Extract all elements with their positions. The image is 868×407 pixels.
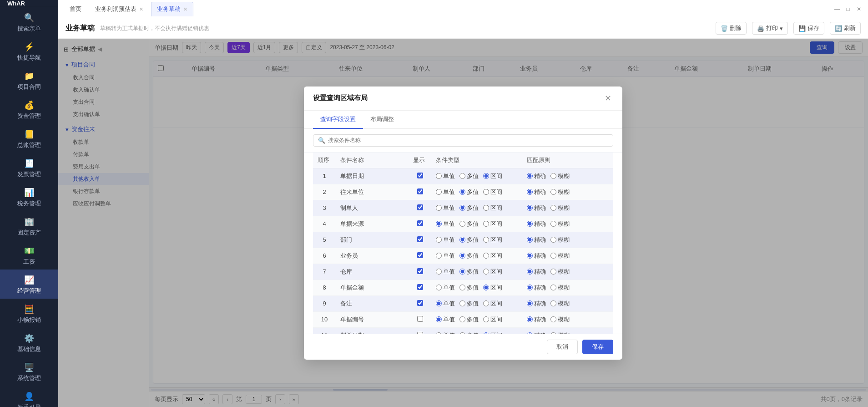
match-radio-模糊[interactable] <box>550 269 556 275</box>
type-radio-多值[interactable] <box>459 269 465 275</box>
cancel-button[interactable]: 取消 <box>547 340 578 354</box>
type-radio-单值[interactable] <box>436 205 442 211</box>
type-radio-多值[interactable] <box>459 221 465 227</box>
page-title: 业务草稿 <box>66 24 95 33</box>
show-checkbox[interactable] <box>417 204 423 210</box>
show-checkbox[interactable] <box>417 236 423 242</box>
match-radio-精确[interactable] <box>527 316 533 322</box>
type-radio-单值[interactable] <box>436 189 442 195</box>
type-radio-单值[interactable] <box>436 237 442 243</box>
minimize-button[interactable]: — <box>833 5 841 13</box>
refresh-button[interactable]: 🔄 刷新 <box>830 22 861 35</box>
modal-tab-query[interactable]: 查询字段设置 <box>313 111 363 129</box>
col-type: 条件类型 <box>431 153 522 168</box>
type-radio-区间[interactable] <box>483 189 489 195</box>
match-radio-模糊[interactable] <box>550 189 556 195</box>
tab-draft[interactable]: 业务草稿 ✕ <box>151 2 193 16</box>
sidebar-item-system[interactable]: 🖥️ 系统管理 <box>0 357 58 386</box>
modal-footer: 取消 保存 <box>304 334 622 360</box>
type-radio-区间[interactable] <box>483 205 489 211</box>
show-checkbox[interactable] <box>417 252 423 258</box>
type-radio-单值[interactable] <box>436 316 442 322</box>
search-box: 🔍 <box>313 134 613 147</box>
type-radio-多值[interactable] <box>459 253 465 259</box>
save-button[interactable]: 💾 保存 <box>793 22 824 35</box>
tab-close-draft[interactable]: ✕ <box>183 6 187 12</box>
type-radio-区间[interactable] <box>483 285 489 290</box>
type-radio-区间[interactable] <box>483 316 489 322</box>
sidebar-item-basic[interactable]: ⚙️ 基础信息 <box>0 328 58 357</box>
type-radio-多值[interactable] <box>459 173 465 179</box>
match-radio-模糊[interactable] <box>550 253 556 259</box>
match-radio-精确[interactable] <box>527 221 533 227</box>
sidebar-item-tax[interactable]: 📊 税务管理 <box>0 182 58 211</box>
sidebar-item-invoice[interactable]: 🧾 发票管理 <box>0 153 58 182</box>
sidebar-item-fixed[interactable]: 🏢 固定资产 <box>0 211 58 240</box>
match-radio-精确[interactable] <box>527 189 533 195</box>
sidebar-item-fund[interactable]: 💰 资金管理 <box>0 95 58 124</box>
type-radio-区间[interactable] <box>483 300 489 306</box>
type-radio-多值[interactable] <box>459 316 465 322</box>
match-radio-模糊[interactable] <box>550 316 556 322</box>
show-checkbox[interactable] <box>417 284 423 290</box>
sidebar-item-label: 系统管理 <box>17 374 41 382</box>
building-icon: 🏢 <box>24 217 34 227</box>
match-radio-精确[interactable] <box>527 253 533 259</box>
type-radio-区间[interactable] <box>483 237 489 243</box>
match-radio-模糊[interactable] <box>550 221 556 227</box>
sidebar-item-expense[interactable]: 🧮 小畅报销 <box>0 299 58 328</box>
match-radio-精确[interactable] <box>527 269 533 275</box>
search-input[interactable] <box>328 137 608 143</box>
modal-save-button[interactable]: 保存 <box>582 340 613 354</box>
type-radio-单值[interactable] <box>436 253 442 259</box>
close-window-button[interactable]: ✕ <box>855 5 863 13</box>
type-radio-多值[interactable] <box>459 285 465 290</box>
type-radio-区间[interactable] <box>483 253 489 259</box>
sidebar-item-new[interactable]: 👤 新手引导 <box>0 386 58 407</box>
match-radio-精确[interactable] <box>527 300 533 306</box>
show-checkbox[interactable] <box>417 220 423 226</box>
table-row: 5部门单值多值区间精确模糊 <box>313 232 613 248</box>
match-radio-精确[interactable] <box>527 173 533 179</box>
delete-button[interactable]: 🗑️ 删除 <box>716 22 747 35</box>
show-checkbox[interactable] <box>417 316 423 322</box>
match-radio-模糊[interactable] <box>550 205 556 211</box>
type-radio-单值[interactable] <box>436 269 442 275</box>
tab-close-profit[interactable]: ✕ <box>139 6 143 12</box>
match-radio-模糊[interactable] <box>550 173 556 179</box>
restore-button[interactable]: □ <box>844 5 852 13</box>
print-button[interactable]: 🖨️ 打印 ▾ <box>752 22 788 35</box>
sidebar-item-search[interactable]: 🔍 搜索亲单 <box>0 7 58 36</box>
type-radio-多值[interactable] <box>459 189 465 195</box>
type-radio-单值[interactable] <box>436 173 442 179</box>
modal-close-button[interactable]: ✕ <box>602 93 613 104</box>
tab-profit[interactable]: 业务利润预估表 ✕ <box>89 2 149 16</box>
type-radio-区间[interactable] <box>483 269 489 275</box>
sidebar-item-ledger[interactable]: 📒 总账管理 <box>0 124 58 153</box>
match-radio-精确[interactable] <box>527 237 533 243</box>
type-radio-单值[interactable] <box>436 221 442 227</box>
type-radio-单值[interactable] <box>436 285 442 290</box>
type-radio-多值[interactable] <box>459 300 465 306</box>
tab-home[interactable]: 首页 <box>64 2 87 16</box>
match-radio-精确[interactable] <box>527 205 533 211</box>
type-radio-多值[interactable] <box>459 237 465 243</box>
show-checkbox[interactable] <box>417 300 423 306</box>
type-radio-区间[interactable] <box>483 221 489 227</box>
type-radio-单值[interactable] <box>436 300 442 306</box>
match-radio-模糊[interactable] <box>550 285 556 290</box>
sidebar-item-label: 发票管理 <box>17 170 41 178</box>
match-radio-精确[interactable] <box>527 285 533 290</box>
show-checkbox[interactable] <box>417 188 423 194</box>
match-radio-模糊[interactable] <box>550 300 556 306</box>
type-radio-多值[interactable] <box>459 205 465 211</box>
modal-tab-layout[interactable]: 布局调整 <box>363 111 401 129</box>
match-radio-模糊[interactable] <box>550 237 556 243</box>
sidebar-item-salary[interactable]: 💵 工资 <box>0 240 58 270</box>
type-radio-区间[interactable] <box>483 173 489 179</box>
sidebar-item-quick[interactable]: ⚡ 快捷导航 <box>0 36 58 66</box>
show-checkbox[interactable] <box>417 173 423 178</box>
sidebar-item-operation[interactable]: 📈 经营管理 <box>0 270 58 299</box>
sidebar-item-project[interactable]: 📁 项目合同 <box>0 66 58 95</box>
show-checkbox[interactable] <box>417 268 423 274</box>
